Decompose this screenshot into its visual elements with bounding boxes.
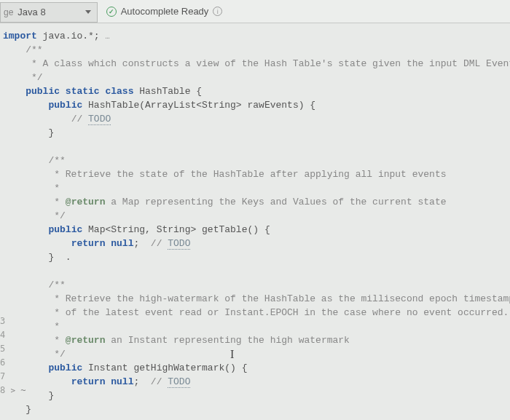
code-line: * xyxy=(3,181,510,195)
code-line: public Map<String, String> getTable() { xyxy=(3,223,510,237)
language-label: Java 8 xyxy=(17,7,45,17)
line-number: 4 xyxy=(0,328,26,342)
code-line: /** xyxy=(3,154,510,167)
info-circle-icon[interactable]: i xyxy=(213,7,222,16)
line-number: 6 xyxy=(0,356,26,370)
language-select-inner: Java 8 xyxy=(17,7,90,17)
code-line: // TODO xyxy=(3,112,510,126)
language-selector[interactable]: ge Java 8 xyxy=(0,2,98,23)
code-line: * @return a Map representing the Keys an… xyxy=(3,195,510,209)
code-line: * @return an Instant representing the hi… xyxy=(3,333,510,347)
line-number xyxy=(0,301,7,314)
code-line: return null; // TODO xyxy=(3,237,510,250)
code-line: * xyxy=(3,320,510,333)
autocomplete-status: ✓ Autocomplete Ready i xyxy=(106,6,223,17)
check-circle-icon: ✓ xyxy=(106,7,117,17)
code-area[interactable]: import java.io.*; … /** * A class which … xyxy=(0,29,510,416)
autocomplete-label: Autocomplete Ready xyxy=(121,6,209,17)
code-line: } . xyxy=(3,250,510,264)
code-line: */ xyxy=(3,209,510,223)
toolbar: ge Java 8 ✓ Autocomplete Ready i xyxy=(0,0,510,23)
language-prefix: ge xyxy=(4,7,13,17)
expand-arrow-icon[interactable]: > xyxy=(10,386,15,395)
code-line: * Retrieve the state of the HashTable af… xyxy=(3,167,510,181)
fold-indicator[interactable]: … xyxy=(105,33,109,41)
code-line: */ I xyxy=(3,347,510,361)
code-line: */ xyxy=(3,71,510,84)
code-line: public static class HashTable { xyxy=(3,84,510,98)
code-line: } xyxy=(3,403,510,416)
line-number: 5 xyxy=(0,342,26,356)
code-line: * Retrieve the high-watermark of the Has… xyxy=(3,292,510,306)
line-number: 8 > ~ xyxy=(0,384,26,397)
chevron-down-icon xyxy=(85,10,91,14)
visible-line-numbers: 3 4 5 6 7 8 > ~ xyxy=(0,314,26,397)
code-line xyxy=(3,264,510,278)
text-cursor-icon: I xyxy=(230,347,234,361)
line-number: 7 xyxy=(0,370,26,384)
code-line: /** xyxy=(3,278,510,292)
line-number: 3 xyxy=(0,314,26,328)
code-line: import java.io.*; … xyxy=(3,29,510,43)
code-line: * A class which constructs a view of the… xyxy=(3,57,510,71)
code-line: /** xyxy=(3,43,510,57)
code-line xyxy=(3,140,510,154)
code-line: } xyxy=(3,389,510,403)
code-line: public HashTable(ArrayList<String> rawEv… xyxy=(3,98,510,112)
code-line: } xyxy=(3,126,510,140)
code-line: return null; // TODO xyxy=(3,375,510,389)
code-line: public Instant getHighWatermark() { xyxy=(3,361,510,375)
code-editor[interactable]: import java.io.*; … /** * A class which … xyxy=(0,23,510,416)
code-line: * of the latest event read or Instant.EP… xyxy=(3,306,510,320)
